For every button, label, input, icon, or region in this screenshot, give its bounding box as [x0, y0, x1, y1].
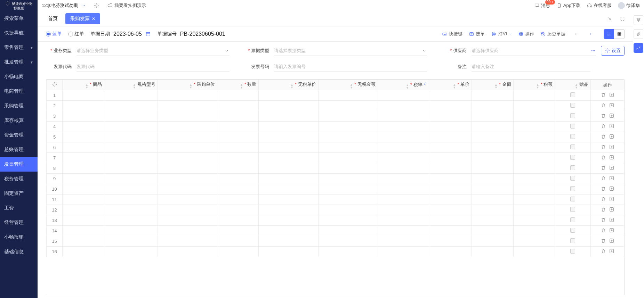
gift-cell[interactable] [555, 174, 591, 184]
delete-row-icon[interactable] [601, 175, 606, 181]
gift-cell[interactable] [555, 236, 591, 247]
cell[interactable] [63, 153, 104, 163]
cell[interactable] [217, 174, 259, 184]
cell[interactable] [472, 215, 513, 226]
cell[interactable] [318, 122, 378, 132]
sidebar-item[interactable]: 小畅电商 [0, 69, 38, 84]
demo-link[interactable]: 我要看实例演示 [107, 2, 146, 9]
cell[interactable] [472, 132, 513, 142]
cell[interactable] [259, 247, 318, 257]
cell[interactable] [217, 142, 259, 153]
settings-button[interactable]: 设置 [601, 46, 625, 56]
cell[interactable] [513, 122, 555, 132]
edit-icon[interactable] [424, 81, 428, 86]
user-menu[interactable]: 徐泽华 [618, 2, 640, 9]
cell[interactable] [430, 184, 472, 194]
cell[interactable] [158, 236, 217, 247]
sort-icon[interactable]: ▲▼ [494, 83, 498, 89]
sidebar-item[interactable]: 零售管理▼ [0, 40, 38, 55]
cell[interactable] [259, 226, 318, 236]
print-button[interactable]: 打印 [491, 31, 512, 37]
cell[interactable] [430, 226, 472, 236]
cell[interactable] [472, 236, 513, 247]
sidebar-item[interactable]: 电商管理 [0, 84, 38, 99]
cell[interactable] [104, 101, 158, 111]
sidebar-item[interactable]: 小畅报销 [0, 230, 38, 245]
cell[interactable] [104, 163, 158, 174]
cell[interactable] [158, 205, 217, 215]
add-row-icon[interactable] [609, 248, 614, 254]
cell[interactable] [318, 215, 378, 226]
sidebar-item[interactable]: 固定资产 [0, 186, 38, 201]
cell[interactable] [378, 153, 430, 163]
sidebar-item[interactable]: 经营管理 [0, 215, 38, 230]
cell[interactable] [217, 194, 259, 205]
cell[interactable] [513, 236, 555, 247]
column-header[interactable]: ▲▼* 单价 [430, 80, 472, 90]
cell[interactable] [513, 153, 555, 163]
column-header[interactable]: ▲▼* 数量 [217, 80, 259, 90]
gift-cell[interactable] [555, 90, 591, 101]
rail-draft-button[interactable]: 草 [634, 15, 643, 25]
cell[interactable] [158, 122, 217, 132]
add-row-icon[interactable] [609, 155, 614, 160]
biz-type-select[interactable]: 请选择业务类型 [77, 45, 230, 56]
cell[interactable] [318, 142, 378, 153]
cell[interactable] [63, 132, 104, 142]
cell[interactable] [158, 215, 217, 226]
delete-row-icon[interactable] [601, 155, 606, 160]
cell[interactable] [217, 247, 259, 257]
delete-row-icon[interactable] [601, 165, 606, 171]
cell[interactable] [430, 194, 472, 205]
shortcut-button[interactable]: 快捷键 [442, 31, 462, 37]
cell[interactable] [104, 236, 158, 247]
cell[interactable] [259, 90, 318, 101]
add-row-icon[interactable] [609, 113, 614, 118]
view-list-button[interactable] [604, 29, 614, 39]
gift-cell[interactable] [555, 132, 591, 142]
rail-attachment-button[interactable] [634, 29, 643, 39]
column-header[interactable]: ▲▼* 金额 [472, 80, 513, 90]
cell[interactable] [259, 205, 318, 215]
add-row-icon[interactable] [609, 175, 614, 181]
column-settings-button[interactable] [47, 80, 63, 90]
cell[interactable] [104, 142, 158, 153]
cell[interactable] [63, 205, 104, 215]
cell[interactable] [158, 174, 217, 184]
add-row-icon[interactable] [609, 102, 614, 108]
add-row-icon[interactable] [609, 196, 614, 202]
gift-cell[interactable] [555, 205, 591, 215]
cell[interactable] [318, 101, 378, 111]
message-button[interactable]: 消息 99 + [534, 2, 550, 9]
cell[interactable] [259, 101, 318, 111]
sort-icon[interactable]: ▲▼ [290, 83, 293, 89]
cell[interactable] [318, 153, 378, 163]
cell[interactable] [472, 226, 513, 236]
cell[interactable] [318, 132, 378, 142]
radio-blue[interactable]: 蓝单 [46, 31, 62, 37]
cell[interactable] [158, 142, 217, 153]
column-header[interactable]: ▲▼* 采购单位 [158, 80, 217, 90]
column-header[interactable]: ▲▼规格型号 [104, 80, 158, 90]
cell[interactable] [378, 236, 430, 247]
cell[interactable] [158, 90, 217, 101]
cell[interactable] [104, 247, 158, 257]
cell[interactable] [472, 122, 513, 132]
sidebar-item[interactable]: 搜索菜单 [0, 11, 38, 26]
cell[interactable] [472, 247, 513, 257]
cell[interactable] [217, 111, 259, 122]
sort-icon[interactable]: ▲▼ [189, 83, 192, 89]
cell[interactable] [104, 122, 158, 132]
cell[interactable] [513, 90, 555, 101]
cell[interactable] [217, 90, 259, 101]
delete-row-icon[interactable] [601, 123, 606, 129]
app-download-button[interactable]: App下载 [556, 2, 580, 9]
cell[interactable] [472, 90, 513, 101]
cell[interactable] [217, 122, 259, 132]
cell[interactable] [158, 184, 217, 194]
invoice-code-input[interactable] [77, 61, 230, 72]
cell[interactable] [158, 226, 217, 236]
cell[interactable] [318, 236, 378, 247]
cell[interactable] [378, 132, 430, 142]
cell[interactable] [259, 163, 318, 174]
